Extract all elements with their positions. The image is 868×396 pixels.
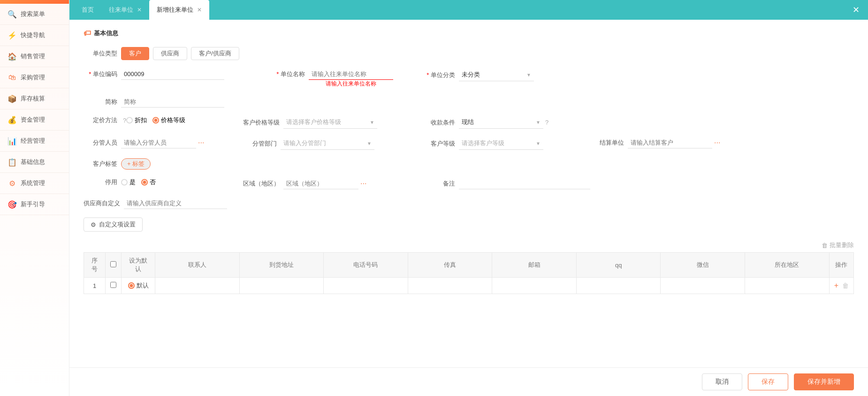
sidebar-label-system: 系统管理 [21,179,45,187]
unit-code-label: 单位编码 [84,70,121,78]
unit-btn-customer[interactable]: 客户 [121,47,149,60]
table-toolbar: 🗑 批量删除 [84,241,854,249]
row-default-radio[interactable]: 默认 [126,281,150,290]
supplier-custom-field: 供应商自定义 [84,198,271,209]
custom-settings-label: 自定义项设置 [99,220,136,229]
customer-price-level-field: 客户价格等级 请选择客户价格等级 ▼ [243,116,421,129]
main-area: 首页 往来单位 ✕ 新增往来单位 ✕ ✕ 🏷 基本信息 单位类型 客户 供应商 [69,0,868,396]
pricing-radio-level[interactable]: 价格等级 [152,116,185,124]
sidebar-item-search[interactable]: 🔍 搜索菜单 [0,4,69,25]
department-select[interactable]: 请输入分管部门 ▼ [281,137,374,150]
pricing-radio-discount[interactable]: 折扣 [126,116,147,124]
customer-level-select[interactable]: 请选择客户等级 ▼ [459,137,543,150]
customer-level-chevron: ▼ [536,141,541,146]
pricing-help-icon[interactable]: ? [123,117,126,124]
finance-icon: 💰 [8,115,17,124]
tags-row: 客户标签 + 标签 [84,158,854,170]
manager-row: 分管人员 ··· 分管部门 请输入分管部门 ▼ 客户等级 请选择客户等级 ▼ 结… [84,137,854,150]
row-email-input[interactable] [497,282,571,289]
save-new-button[interactable]: 保存并新增 [794,373,854,390]
sidebar-item-sales[interactable]: 🏠 销售管理 [0,46,69,67]
table-row: 1 默认 [84,278,854,294]
customer-price-level-placeholder: 请选择客户价格等级 [286,118,370,126]
row-contact-input[interactable] [160,282,235,289]
col-qq: qq [576,253,661,278]
payment-terms-help-icon[interactable]: ? [545,119,548,126]
save-button[interactable]: 保存 [748,373,788,390]
sidebar-label-operations: 经营管理 [21,137,45,145]
sidebar-item-guide[interactable]: 🎯 新手引导 [0,194,69,215]
sidebar-item-operations[interactable]: 📊 经营管理 [0,131,69,152]
short-name-input[interactable] [121,96,224,108]
settlement-unit-input[interactable] [628,137,712,148]
row-qq-input[interactable] [581,282,656,289]
tab-counterparty[interactable]: 往来单位 ✕ [101,0,149,20]
row-phone-input[interactable] [328,282,403,289]
cancel-button[interactable]: 取消 [702,373,742,390]
add-tag-button[interactable]: + 标签 [121,158,151,170]
batch-delete-button[interactable]: 🗑 批量删除 [822,241,854,249]
row-location-cell [745,278,830,294]
tab-new-counterparty-close[interactable]: ✕ [197,7,202,13]
region-input[interactable] [283,178,358,189]
row-action-cell: + 🗑 [829,278,853,294]
unit-btn-supplier[interactable]: 供应商 [153,47,187,60]
sidebar-item-purchase[interactable]: 🛍 采购管理 [0,67,69,88]
disabled-no-circle [141,179,148,186]
row-default-circle [128,282,135,289]
settlement-unit-more-btn[interactable]: ··· [714,139,720,147]
tab-counterparty-close[interactable]: ✕ [137,7,142,13]
table-header-row: 序号 设为默认 联系人 到货地址 电话号码 传真 邮箱 qq 微信 所在地区 操… [84,253,854,278]
row-wechat-cell [661,278,745,294]
remarks-field: 备注 [421,178,609,189]
unit-category-value: 未分类 [462,70,526,79]
supplier-custom-input[interactable] [124,198,227,209]
custom-settings-button[interactable]: ⚙ 自定义项设置 [84,217,143,232]
tab-home[interactable]: 首页 [74,0,101,20]
unit-category-select[interactable]: 未分类 ▼ [459,69,534,81]
row-fax-cell [408,278,492,294]
col-index: 序号 [84,253,106,278]
row-add-button[interactable]: + [834,281,838,290]
unit-category-field: 单位分类 未分类 ▼ [421,69,600,81]
customer-price-level-select[interactable]: 请选择客户价格等级 ▼ [283,116,377,129]
disabled-yes-label: 是 [129,178,136,186]
tab-new-counterparty[interactable]: 新增往来单位 ✕ [149,0,209,20]
region-more-btn[interactable]: ··· [360,179,366,188]
manager-more-btn[interactable]: ··· [198,139,204,147]
pricing-radio-discount-label: 折扣 [135,116,147,124]
customer-level-label: 客户等级 [421,140,459,148]
row-location-input[interactable] [750,282,824,289]
manager-input[interactable] [121,137,196,148]
sidebar-item-system[interactable]: ⚙ 系统管理 [0,173,69,194]
customer-level-field: 客户等级 请选择客户等级 ▼ [421,137,590,150]
department-chevron: ▼ [367,141,372,146]
sidebar-item-quick-nav[interactable]: ⚡ 快捷导航 [0,25,69,46]
sidebar-item-finance[interactable]: 💰 资金管理 [0,109,69,131]
row-delete-button[interactable]: 🗑 [842,282,849,289]
sidebar-item-basic-info[interactable]: 📋 基础信息 [0,152,69,173]
row-wechat-input[interactable] [665,282,740,289]
close-all-tabs-button[interactable]: ✕ [849,5,863,15]
disabled-radio-no[interactable]: 否 [141,178,156,186]
tab-home-label: 首页 [82,6,94,14]
unit-btn-both[interactable]: 客户/供应商 [191,47,239,60]
add-tag-label: + 标签 [127,160,145,168]
pricing-method-field: 定价方法 ? 折扣 价格等级 [84,116,243,124]
unit-code-input[interactable] [121,69,224,80]
row-checkbox[interactable] [110,282,116,288]
disabled-field: 停用 是 否 [84,178,243,186]
disabled-radio-yes[interactable]: 是 [121,178,136,186]
remarks-input[interactable] [459,178,590,189]
sidebar-item-inventory[interactable]: 📦 库存核算 [0,88,69,109]
row-fax-input[interactable] [413,282,487,289]
col-address: 到货地址 [239,253,324,278]
payment-terms-select[interactable]: 现结 ▼ [459,116,543,129]
department-label: 分管部门 [243,140,281,148]
row-email-cell [492,278,577,294]
unit-category-label: 单位分类 [421,71,459,79]
select-all-checkbox[interactable] [110,261,116,267]
unit-name-input[interactable] [309,69,393,80]
row-address-input[interactable] [244,282,319,289]
short-name-label: 简称 [84,98,121,106]
